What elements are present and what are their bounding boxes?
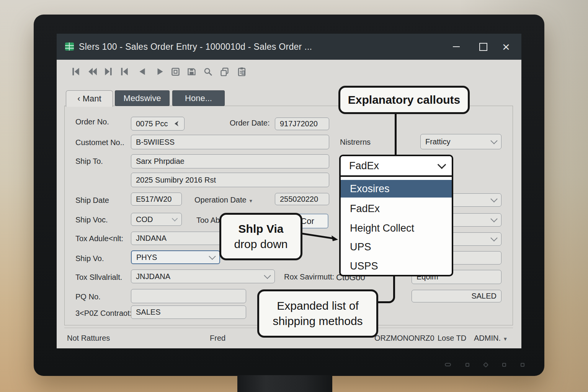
- operation-date-label: Operation Date ▼: [194, 196, 253, 204]
- cor-button-label: Cor: [301, 216, 314, 226]
- maximize-button[interactable]: [472, 34, 495, 60]
- rox-savirmutt-label: Rox Savirmutt:: [284, 273, 334, 281]
- first-record-icon[interactable]: [70, 66, 82, 77]
- customer-no-value: B-5WIIESS: [136, 138, 175, 147]
- ship-voc-value: COD: [136, 215, 153, 224]
- nistrerns-value: Fratticy: [425, 137, 451, 146]
- last-record-icon[interactable]: [103, 66, 114, 77]
- chevron-down-icon: [490, 137, 497, 144]
- pq-no-label: PQ No.: [75, 292, 101, 301]
- tox-sllval-label: Tox Sllvalrialt.: [75, 273, 122, 282]
- ship-via-dropdown-overlay: FadEx Exosires FadEx Height Collect UPS …: [339, 155, 453, 276]
- close-icon: ×: [502, 39, 510, 54]
- monitor-menu-button[interactable]: [466, 363, 469, 367]
- order-date-label: Order Date:: [230, 119, 270, 127]
- status-admin-menu[interactable]: ADMIN. ▼: [474, 332, 508, 345]
- callout-expanded-line1: Expanded list of: [277, 298, 358, 314]
- status-left: Not Rattures: [67, 332, 110, 345]
- chevron-down-icon: [172, 215, 178, 221]
- callout-expanded-list: Expanded list of shipping methods: [257, 289, 378, 338]
- ship-via-option-fadex[interactable]: FadEx: [341, 200, 452, 217]
- chevron-down-icon: ▼: [503, 336, 508, 342]
- order-no-field[interactable]: 0075 Pcc: [131, 117, 185, 131]
- monitor-stand: [237, 375, 332, 392]
- ship-to-line2-field[interactable]: 2025 Sumibry 2016 Rst: [131, 173, 329, 187]
- ship-via-option-exosires[interactable]: Exosires: [341, 180, 452, 198]
- minimize-icon: [453, 46, 460, 47]
- chevron-down-icon: [490, 215, 497, 222]
- saled-value: SALED: [471, 292, 497, 301]
- first-page-icon[interactable]: [119, 66, 130, 77]
- maximize-icon: [479, 43, 487, 51]
- too-ab-label: Too Ab: [196, 216, 220, 225]
- ship-date-field[interactable]: E517/W20: [131, 193, 182, 206]
- order-date-value: 917J72020: [280, 119, 318, 128]
- operation-date-field[interactable]: 255020220: [275, 193, 329, 205]
- operation-date-dropdown-icon: ▼: [248, 198, 253, 204]
- ship-voc-dropdown[interactable]: COD: [131, 213, 182, 226]
- ship-via-option-height-collect[interactable]: Height Collect: [341, 219, 452, 237]
- chevron-down-icon: [490, 234, 497, 241]
- ship-vo-dropdown[interactable]: PHYS: [131, 250, 220, 264]
- contract-field[interactable]: SALES: [131, 305, 246, 319]
- tab-main-label: ‹ Mant: [77, 94, 101, 104]
- paste-icon[interactable]: [236, 66, 247, 77]
- minimize-button[interactable]: [445, 34, 468, 60]
- save-icon[interactable]: [186, 66, 197, 77]
- chevron-down-icon: [209, 253, 216, 260]
- close-button[interactable]: ×: [495, 34, 518, 60]
- ship-via-option-usps[interactable]: USPS: [341, 257, 452, 275]
- ship-vo-value: PHYS: [136, 253, 157, 262]
- chevron-down-icon: [438, 160, 446, 169]
- order-date-field[interactable]: 917J72020: [275, 118, 329, 130]
- chevron-down-icon: [264, 272, 271, 279]
- callout-ship-via: Shlp Via drop down: [219, 213, 302, 260]
- tox-sllval-value: JNJDANA: [136, 272, 170, 281]
- tab-main[interactable]: ‹ Mant: [66, 90, 113, 107]
- tox-adule-value: JNDANA: [136, 234, 167, 243]
- ship-to-label: Ship To.: [75, 157, 103, 166]
- status-user: Fred: [210, 332, 225, 345]
- tab-hone[interactable]: Hone...: [172, 90, 225, 106]
- status-session: Lose TD: [438, 332, 466, 345]
- connector-explanatory: [395, 113, 397, 155]
- tox-sllval-dropdown[interactable]: JNJDANA: [131, 270, 275, 283]
- operation-date-value: 255020220: [280, 195, 318, 204]
- monitor-down-button[interactable]: [502, 363, 506, 367]
- saled-field[interactable]: SALED: [412, 290, 501, 302]
- contract-value: SALES: [136, 308, 160, 317]
- previous-batch-icon[interactable]: [87, 66, 98, 77]
- customer-no-field[interactable]: B-5WIIESS: [131, 135, 329, 149]
- cursor-arrow-icon: [173, 120, 180, 127]
- next-page-icon[interactable]: [154, 66, 166, 77]
- window-title: Slers 100 - Sales Order Entry - 1000010d…: [79, 34, 312, 60]
- connector-expanded-elbow: [378, 275, 395, 303]
- callout-explanatory: Explanatory callouts: [338, 86, 470, 114]
- ship-via-selected-value: FadEx: [349, 160, 379, 172]
- copy-icon[interactable]: [219, 66, 230, 77]
- callout-expanded-line2: shipping methods: [273, 314, 363, 329]
- tox-adule-label: Tox Adule<nlt:: [75, 234, 123, 243]
- monitor-power-button[interactable]: [445, 363, 451, 366]
- tab-hone-label: Hone...: [185, 93, 212, 103]
- order-no-label: Order No.: [75, 118, 109, 126]
- nistrerns-dropdown[interactable]: Fratticy: [420, 134, 501, 149]
- nistrerns-label: Nistrerns: [340, 138, 371, 147]
- ship-via-option-ups[interactable]: UPS: [341, 238, 452, 256]
- ship-via-select[interactable]: FadEx: [341, 156, 452, 177]
- ship-to-line1-value: Sarx Phrpdiae: [136, 157, 185, 166]
- status-code: ORZMONONRZ0: [374, 332, 434, 345]
- tab-medswive-label: Medswive: [124, 93, 161, 103]
- tab-medswive[interactable]: Medswive: [115, 90, 170, 106]
- search-icon[interactable]: [202, 66, 214, 77]
- ship-date-value: E517/W20: [136, 195, 172, 204]
- previous-page-icon[interactable]: [137, 66, 148, 77]
- ship-date-label: Ship Date: [75, 196, 109, 205]
- ship-vo-label: Ship Vo.: [75, 254, 104, 263]
- order-no-value: 0075 Pcc: [136, 119, 168, 128]
- monitor-up-button[interactable]: [521, 363, 524, 367]
- record-box-icon[interactable]: [170, 66, 181, 77]
- chevron-down-icon: [490, 195, 497, 202]
- ship-to-line1-field[interactable]: Sarx Phrpdiae: [131, 154, 329, 168]
- pq-no-field[interactable]: [131, 289, 246, 303]
